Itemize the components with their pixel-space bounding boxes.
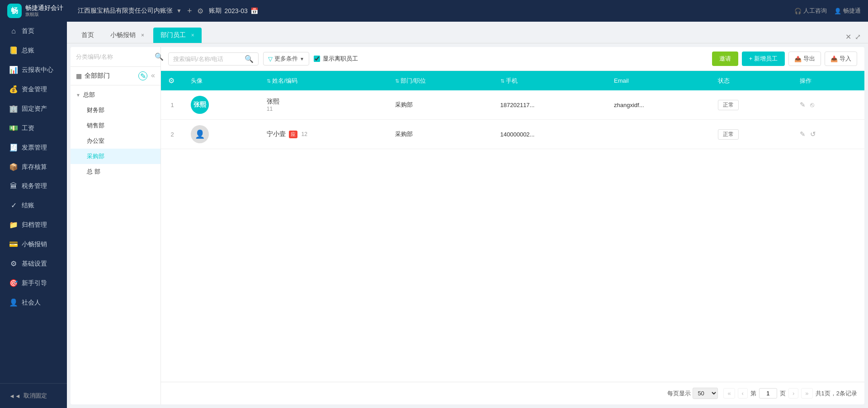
sidebar-item-home[interactable]: ⌂ 首页 (0, 22, 67, 41)
export-label: 导出 (803, 55, 815, 63)
sidebar-item-tax[interactable]: 🏛 税务管理 (0, 177, 67, 196)
employee-toolbar: 🔍 ▽ 更多条件 ▼ 显示离职员工 邀请 + 新增员工 (161, 47, 864, 71)
sidebar-item-funds[interactable]: 💰 资金管理 (0, 80, 67, 99)
table-settings-icon[interactable]: ⚙ (168, 77, 175, 84)
sidebar-label-ledger: 总账 (22, 47, 34, 55)
row1-logout-icon[interactable]: ⎋ (810, 101, 814, 109)
company-dropdown-icon[interactable]: ▼ (176, 8, 182, 14)
sidebar-item-more[interactable]: 👤 社会人 (0, 293, 67, 312)
tab-bar: 首页 小畅报销 × 部门员工 × ✕ ⤢ (67, 22, 868, 43)
filter-label: 更多条件 (274, 55, 298, 63)
page-first-button[interactable]: « (723, 388, 735, 399)
sidebar-item-settings[interactable]: ⚙ 基础设置 (0, 254, 67, 273)
dept-item-office[interactable]: 办公室 (71, 133, 160, 149)
toolbar-right: 邀请 + 新增员工 📤 导出 📥 导入 (712, 52, 857, 66)
sidebar: ⌂ 首页 📒 总账 📊 云报表中心 💰 资金管理 🏢 固定资产 💵 工资 🧾 发… (0, 22, 67, 408)
row2-reset-icon[interactable]: ↺ (810, 130, 816, 138)
row2-edit-icon[interactable]: ✎ (800, 130, 806, 138)
row1-name: 张熙 (267, 98, 381, 106)
logo-text: 畅捷通好会计 旗舰版 (25, 4, 63, 18)
dept-collapse-icon[interactable]: « (151, 71, 155, 80)
sidebar-item-inventory[interactable]: 📦 库存核算 (0, 157, 67, 177)
sidebar-label-tax: 税务管理 (22, 182, 47, 190)
tab-close-all-icon[interactable]: ✕ (845, 33, 851, 41)
period-value: 2023-03 (224, 7, 247, 14)
inventory-icon: 📦 (9, 163, 18, 171)
tab-department[interactable]: 部门员工 × (153, 28, 202, 43)
th-name-code[interactable]: 姓名/编码 (259, 71, 388, 90)
dept-item-general[interactable]: 总 部 (71, 164, 160, 179)
sidebar-item-expense[interactable]: 💳 小畅报销 (0, 234, 67, 254)
employee-search-input[interactable] (173, 56, 242, 62)
dept-search-input[interactable] (76, 53, 152, 60)
dept-item-finance[interactable]: 财务部 (71, 103, 160, 118)
tab-home[interactable]: 首页 (74, 28, 101, 43)
page-prev-button[interactable]: ‹ (738, 388, 748, 399)
row1-name-code: 张熙 11 (259, 90, 388, 120)
import-button[interactable]: 📥 导入 (825, 52, 857, 66)
filter-icon: ▽ (268, 56, 273, 62)
dept-item-sales-label: 销售部 (87, 122, 104, 130)
sidebar-item-salary[interactable]: 💵 工资 (0, 118, 67, 138)
archive-icon: 📁 (9, 220, 18, 229)
invite-button[interactable]: 邀请 (712, 52, 738, 66)
show-resigned-label[interactable]: 显示离职员工 (314, 55, 358, 63)
service-button[interactable]: 🎧 人工咨询 (794, 7, 827, 15)
tree-triangle-icon: ▼ (76, 93, 80, 98)
page-number-input[interactable] (759, 388, 777, 399)
page-suffix: 页 (780, 389, 786, 398)
th-dept-pos[interactable]: 部门/职位 (388, 71, 493, 90)
page-last-button[interactable]: » (801, 388, 812, 399)
page-label: 第 (750, 389, 756, 398)
per-page-label: 每页显示 (667, 389, 691, 398)
funds-icon: 💰 (9, 85, 18, 94)
tab-expense-close-icon[interactable]: × (141, 32, 144, 38)
sidebar-item-archive[interactable]: 📁 归档管理 (0, 215, 67, 234)
tab-department-close-icon[interactable]: × (191, 32, 194, 38)
user-area[interactable]: 👤 畅捷通 (834, 7, 861, 15)
guide-icon: 🎯 (9, 279, 18, 287)
settings-gear-icon[interactable]: ⚙ (197, 7, 203, 15)
th-phone[interactable]: 手机 (493, 71, 607, 90)
table-header-row: ⚙ 头像 姓名/编码 部门/职位 手机 Email 状态 操作 (161, 71, 864, 90)
sidebar-item-invoice[interactable]: 🧾 发票管理 (0, 138, 67, 157)
tab-expand-icon[interactable]: ⤢ (855, 33, 861, 41)
sidebar-label-fixed: 固定资产 (22, 105, 47, 113)
dept-edit-icon[interactable]: ✎ (138, 71, 147, 80)
content-area: 首页 小畅报销 × 部门员工 × ✕ ⤢ 🔍 (67, 22, 868, 408)
show-resigned-checkbox[interactable] (314, 56, 320, 62)
calendar-icon[interactable]: 📅 (250, 7, 258, 14)
dept-item-hq[interactable]: ▼ 总部 (71, 87, 160, 103)
header-right: 🎧 人工咨询 👤 畅捷通 (794, 7, 861, 15)
header-company[interactable]: 江西服宝精品有限责任公司内账张 ▼ (78, 7, 182, 15)
export-button[interactable]: 📤 导出 (788, 52, 821, 66)
pin-label: 取消固定 (24, 392, 47, 400)
tab-expense[interactable]: 小畅报销 × (103, 28, 151, 43)
sidebar-item-ledger[interactable]: 📒 总账 (0, 41, 67, 60)
th-settings[interactable]: ⚙ (161, 71, 184, 90)
dept-item-sales[interactable]: 销售部 (71, 118, 160, 133)
filter-button[interactable]: ▽ 更多条件 ▼ (263, 52, 309, 66)
add-employee-button[interactable]: + 新增员工 (742, 52, 785, 66)
page-next-button[interactable]: › (788, 388, 798, 399)
per-page-dropdown[interactable]: 10 20 50 100 (693, 388, 718, 399)
main-layout: ⌂ 首页 📒 总账 📊 云报表中心 💰 资金管理 🏢 固定资产 💵 工资 🧾 发… (0, 22, 868, 408)
sidebar-item-fixed[interactable]: 🏢 固定资产 (0, 99, 67, 118)
sidebar-item-settle[interactable]: ✓ 结账 (0, 196, 67, 215)
row2-code: 12 (301, 131, 307, 137)
settle-icon: ✓ (9, 201, 18, 210)
add-tab-icon[interactable]: + (187, 6, 192, 16)
dept-item-purchase[interactable]: 采购部 (71, 149, 160, 164)
th-avatar: 头像 (184, 71, 259, 90)
expense-icon: 💳 (9, 240, 18, 249)
employee-search-icon[interactable]: 🔍 (245, 55, 254, 63)
pin-button[interactable]: ◄◄ 取消固定 (0, 387, 67, 404)
sidebar-item-reports[interactable]: 📊 云报表中心 (0, 60, 67, 80)
sidebar-item-guide[interactable]: 🎯 新手引导 (0, 273, 67, 293)
import-label: 导入 (840, 55, 851, 63)
row1-edit-icon[interactable]: ✎ (800, 101, 806, 109)
ledger-icon: 📒 (9, 46, 18, 55)
dept-search-area: 🔍 (71, 47, 160, 67)
employee-table: ⚙ 头像 姓名/编码 部门/职位 手机 Email 状态 操作 (161, 71, 864, 149)
filter-dropdown-icon: ▼ (300, 56, 304, 61)
